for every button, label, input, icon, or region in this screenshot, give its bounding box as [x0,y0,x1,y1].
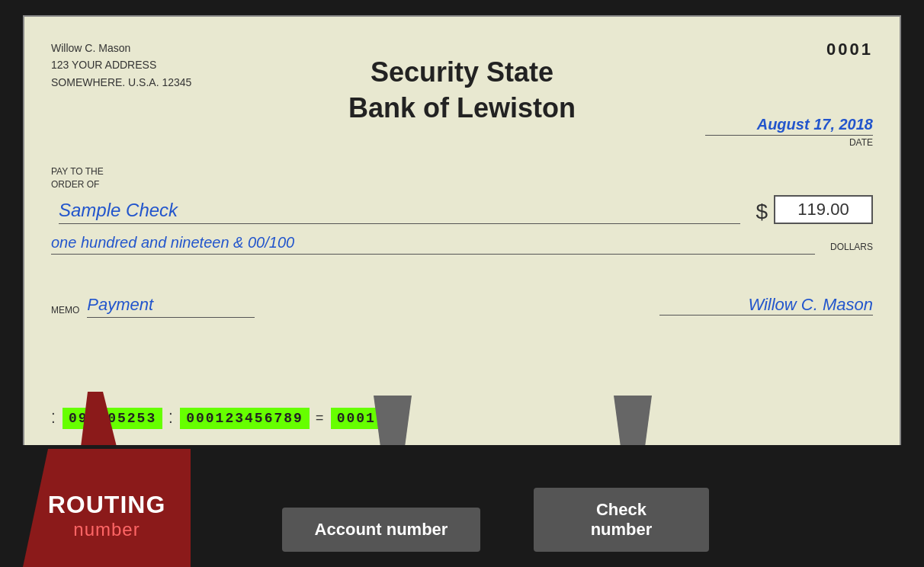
signature-value: Willow C. Mason [659,295,873,315]
check-number-display: 0001 [826,40,873,59]
pay-to-line: Sample Check [59,200,740,224]
account-holder-info: Willow C. Mason 123 YOUR ADDRESS SOMEWHE… [51,40,191,91]
signature-line [659,315,873,316]
routing-word: ROUTING [48,491,166,519]
payee-name: Sample Check [59,200,178,223]
number-word: number [73,519,140,540]
memo-side: MEMO Payment [51,295,255,318]
check-image: 0001 Willow C. Mason 123 YOUR ADDRESS SO… [23,15,901,450]
check-number-label: Check number [534,488,709,552]
check-number-arrow [610,396,656,453]
account-arrow [370,396,415,453]
account-number-micr: 000123456789 [180,408,310,429]
date-line [705,135,873,136]
written-amount-text: one hundred and nineteen & 00/100 [51,234,815,255]
pay-to-area: PAY TO THE ORDER OF Sample Check $ 119.0… [51,165,873,224]
routing-arrow [80,392,141,453]
account-holder-address1: 123 YOUR ADDRESS [51,56,191,73]
memo-label: MEMO [51,305,79,316]
date-label: DATE [705,137,873,148]
amount-box: 119.00 [774,195,873,224]
date-value: August 17, 2018 [705,116,873,133]
dollar-sign: $ [756,200,768,224]
written-amount-area: one hundred and nineteen & 00/100 DOLLAR… [51,234,873,255]
routing-label: ROUTING number [23,449,191,567]
pay-to-label: PAY TO THE ORDER OF [51,165,873,191]
micr-sep: = [316,411,325,426]
svg-marker-1 [374,396,412,453]
dollars-label: DOLLARS [830,242,873,252]
svg-marker-2 [614,396,652,453]
memo-value: Payment [87,295,255,318]
micr-open-bank: ⁚ [51,410,56,427]
account-holder-address2: SOMEWHERE. U.S.A. 12345 [51,74,191,91]
account-holder-name: Willow C. Mason [51,40,191,56]
bottom-bar: ROUTING number Account number Check numb… [0,445,924,567]
account-number-label: Account number [282,508,480,552]
date-area: August 17, 2018 DATE [705,116,873,148]
micr-area: ⁚ 091905253 ⁚ 000123456789 = 0001 [51,408,873,429]
amount-area: $ 119.00 [756,195,873,224]
micr-close-bank: ⁚ [168,410,174,427]
svg-marker-0 [80,392,118,453]
bank-name: Security State Bank of Lewiston [348,55,576,127]
memo-sig-area: MEMO Payment Willow C. Mason [51,295,873,318]
signature-area: Willow C. Mason [659,295,873,318]
